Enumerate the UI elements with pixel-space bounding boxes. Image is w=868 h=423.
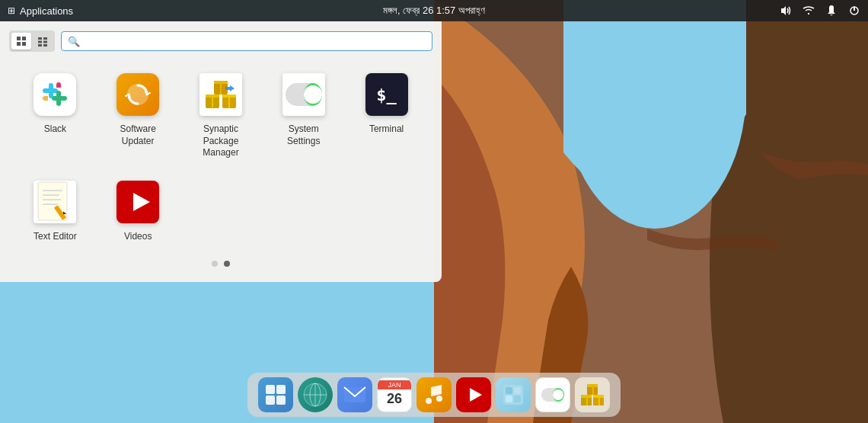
svg-rect-48 xyxy=(514,387,521,394)
topbar-right xyxy=(780,5,860,17)
svg-rect-28 xyxy=(43,190,62,191)
svg-rect-56 xyxy=(586,395,588,405)
dock-calendar-icon: JAN 26 xyxy=(377,377,412,412)
svg-rect-8 xyxy=(38,37,42,40)
dock-item-globe[interactable] xyxy=(298,377,333,412)
topbar-datetime: মঙ্গল, ফেব্র 26 1:57 অপরাহ্ণ xyxy=(383,5,485,17)
svg-rect-4 xyxy=(17,37,21,40)
dock-item-videos[interactable] xyxy=(456,377,491,412)
power-icon[interactable] xyxy=(848,5,860,17)
search-icon: 🔍 xyxy=(68,36,80,47)
list-view-button[interactable] xyxy=(33,33,53,50)
svg-rect-29 xyxy=(43,194,59,196)
synaptic-icon-wrap xyxy=(196,70,245,119)
app-item-text-editor[interactable]: Text Editor xyxy=(15,171,95,249)
page-dots xyxy=(9,261,432,267)
svg-point-43 xyxy=(426,398,432,404)
dock-item-package[interactable] xyxy=(575,377,610,412)
svg-rect-34 xyxy=(266,385,275,394)
svg-point-26 xyxy=(304,85,322,104)
svg-point-14 xyxy=(127,84,148,105)
svg-point-53 xyxy=(553,389,563,400)
view-toggle xyxy=(9,30,55,52)
videos-icon xyxy=(116,181,159,223)
updater-icon-wrap xyxy=(113,70,162,119)
volume-icon[interactable] xyxy=(780,5,792,17)
apps-icon: ⊞ xyxy=(8,5,15,16)
notification-icon[interactable] xyxy=(825,5,838,17)
dock-music-icon xyxy=(416,377,452,412)
dock-workspace-icon xyxy=(258,377,293,412)
app-menu-panel: 🔍 Slack xyxy=(0,21,442,282)
videos-icon-wrap xyxy=(113,178,162,226)
svg-rect-31 xyxy=(43,203,58,205)
dock-item-settings[interactable] xyxy=(535,377,570,412)
app-item-terminal[interactable]: $_ Terminal xyxy=(346,64,426,165)
svg-rect-35 xyxy=(276,385,286,394)
terminal-icon: $_ xyxy=(365,73,408,116)
app-item-software-updater[interactable]: Software Updater xyxy=(98,64,178,165)
svg-rect-6 xyxy=(17,42,21,46)
svg-rect-30 xyxy=(43,199,61,200)
settings-icon xyxy=(282,73,325,116)
app-item-slack[interactable]: Slack xyxy=(15,64,95,165)
svg-rect-50 xyxy=(514,396,521,402)
search-input[interactable] xyxy=(83,35,426,47)
slack-icon xyxy=(34,73,76,116)
svg-rect-47 xyxy=(506,387,512,394)
topbar-left: ⊞ Applications xyxy=(8,5,73,17)
apps-label[interactable]: Applications xyxy=(20,5,73,17)
dock-videos-icon xyxy=(456,377,491,412)
page-dot-1[interactable] xyxy=(212,261,218,267)
dock-item-calendar[interactable]: JAN 26 xyxy=(377,377,412,412)
svg-rect-12 xyxy=(38,44,42,46)
svg-rect-11 xyxy=(43,41,47,43)
app-item-system-settings[interactable]: System Settings xyxy=(263,64,343,165)
svg-rect-9 xyxy=(43,37,47,40)
search-area: 🔍 xyxy=(9,30,432,52)
svg-rect-36 xyxy=(266,396,275,405)
svg-point-44 xyxy=(436,396,442,402)
search-input-wrapper[interactable]: 🔍 xyxy=(61,31,432,51)
svg-rect-2 xyxy=(808,13,809,14)
dock-photos-icon xyxy=(496,377,531,412)
svg-rect-20 xyxy=(228,95,230,108)
texteditor-icon xyxy=(34,181,76,223)
updater-icon xyxy=(116,73,159,116)
svg-rect-7 xyxy=(22,42,26,46)
network-icon[interactable] xyxy=(803,5,815,17)
app-item-videos[interactable]: Videos xyxy=(98,171,178,249)
svg-rect-49 xyxy=(506,396,512,402)
slack-icon-wrap xyxy=(30,70,79,119)
svg-marker-45 xyxy=(470,388,482,402)
svg-rect-23 xyxy=(220,81,222,95)
app-grid: Slack Software Updater xyxy=(9,64,432,248)
topbar: ⊞ Applications মঙ্গল, ফেব্র 26 1:57 অপরা… xyxy=(0,0,868,21)
dock-mail-icon xyxy=(337,377,372,412)
settings-icon-wrap xyxy=(279,70,328,119)
svg-rect-59 xyxy=(598,395,600,405)
software-updater-label: Software Updater xyxy=(107,123,168,147)
dock-globe-icon xyxy=(298,377,333,412)
dock-package-icon xyxy=(575,377,610,412)
svg-rect-62 xyxy=(592,384,594,395)
synaptic-icon xyxy=(199,73,242,116)
svg-rect-13 xyxy=(43,44,47,46)
svg-rect-17 xyxy=(212,95,213,108)
dock-settings-icon xyxy=(535,377,570,412)
dock-item-music[interactable] xyxy=(416,377,452,412)
svg-rect-10 xyxy=(38,41,42,43)
grid-view-button[interactable] xyxy=(11,33,31,50)
system-settings-label: System Settings xyxy=(273,123,334,147)
page-dot-2[interactable] xyxy=(224,261,230,267)
dock-item-mail[interactable] xyxy=(337,377,372,412)
terminal-label: Terminal xyxy=(369,123,404,136)
dock-item-photos[interactable] xyxy=(496,377,531,412)
svg-marker-33 xyxy=(133,193,150,211)
svg-rect-37 xyxy=(276,396,286,405)
app-item-synaptic[interactable]: Synaptic Package Manager xyxy=(181,64,261,165)
slack-label: Slack xyxy=(44,123,66,136)
text-editor-label: Text Editor xyxy=(34,231,77,243)
dock-item-workspace[interactable] xyxy=(258,377,293,412)
svg-rect-5 xyxy=(22,37,26,40)
